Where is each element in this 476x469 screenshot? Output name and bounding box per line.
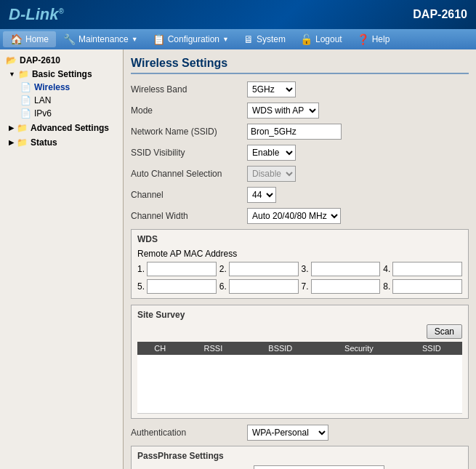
survey-empty-cell (137, 355, 462, 413)
col-security: Security (317, 342, 401, 355)
sidebar-group-basic-label[interactable]: ▼ 📁 Basic Settings (0, 68, 123, 81)
ssid-input[interactable] (247, 124, 342, 140)
ssid-row: Network Name (SSID) (131, 124, 469, 140)
wpa-mode-row: WPA Mode AUTO (WPA or WPA2) WPA only WPA… (137, 465, 462, 470)
nav-home[interactable]: 🏠 Home (3, 31, 56, 47)
wds-num-8: 8. (383, 281, 390, 292)
nav-maintenance[interactable]: 🔧 Maintenance ▼ (56, 31, 145, 47)
wds-legend: WDS (137, 234, 462, 244)
nav-logout-label: Logout (315, 34, 342, 44)
sidebar-group-advanced-label[interactable]: ▶ 📁 Advanced Settings (0, 121, 123, 135)
wds-cell-8: 8. (383, 279, 462, 294)
nav-logout[interactable]: 🔓 Logout (293, 31, 350, 47)
folder-basic-icon: 📁 (18, 69, 29, 79)
mode-row: Mode WDS with AP Access Point WDS (131, 103, 469, 119)
doc-icon-lan: 📄 (20, 95, 31, 105)
wds-cell-3: 3. (302, 262, 381, 276)
expand-icon-adv: ▶ (9, 124, 14, 132)
chevron-down-icon: ▼ (132, 36, 138, 43)
site-survey-box: Site Survey Scan CH RSSI BSSID Security … (131, 305, 469, 419)
auto-channel-select[interactable]: Disable Enable (247, 166, 296, 182)
col-ch: CH (137, 342, 182, 355)
nav-configuration[interactable]: 📋 Configuration ▼ (145, 31, 236, 47)
wds-input-7[interactable] (311, 279, 381, 294)
sidebar-item-lan[interactable]: 📄 LAN (0, 94, 123, 107)
sidebar-root: 📂 DAP-2610 (0, 54, 123, 67)
wds-cell-4: 4. (383, 262, 462, 276)
wds-mac-label: Remote AP MAC Address (137, 249, 462, 259)
wds-input-2[interactable] (229, 262, 299, 276)
wds-num-3: 3. (302, 264, 309, 274)
header: D-Link® DAP-2610 (0, 0, 476, 29)
wds-num-1: 1. (137, 264, 145, 274)
channel-width-row: Channel Width Auto 20/40/80 MHz 20 MHz 4… (131, 208, 469, 224)
channel-label: Channel (131, 190, 247, 200)
channel-select[interactable]: 44 36 40 48 (247, 187, 276, 203)
wireless-band-label: Wireless Band (131, 84, 247, 95)
ssid-label: Network Name (SSID) (131, 127, 247, 137)
logout-icon: 🔓 (300, 33, 312, 45)
wds-input-3[interactable] (311, 262, 381, 276)
nav-system-label: System (257, 34, 286, 44)
wds-input-1[interactable] (147, 262, 217, 276)
page-title: Wireless Settings (131, 57, 469, 74)
chevron-down-icon-2: ▼ (222, 36, 229, 43)
wds-num-6: 6. (219, 281, 227, 292)
authentication-select[interactable]: WPA-Personal WPA-Enterprise Open System (247, 425, 328, 441)
sidebar-group-basic: ▼ 📁 Basic Settings 📄 Wireless 📄 LAN 📄 IP… (0, 67, 123, 121)
dlink-logo-text: D-Link® (9, 5, 64, 23)
wds-grid: 1. 2. 3. 4. 5. (137, 262, 462, 294)
sidebar: 📂 DAP-2610 ▼ 📁 Basic Settings 📄 Wireless… (0, 49, 124, 469)
wireless-band-row: Wireless Band 5GHz 2.4GHz (131, 81, 469, 97)
passphrase-legend: PassPhrase Settings (137, 451, 462, 461)
col-ssid: SSID (401, 342, 462, 355)
sidebar-group-advanced: ▶ 📁 Advanced Settings (0, 121, 123, 135)
wds-input-5[interactable] (147, 279, 217, 294)
wds-cell-1: 1. (137, 262, 217, 276)
site-survey-header: Scan (137, 324, 462, 339)
wds-cell-2: 2. (219, 262, 299, 276)
sidebar-item-wireless[interactable]: 📄 Wireless (0, 81, 123, 94)
wireless-band-select[interactable]: 5GHz 2.4GHz (247, 81, 296, 97)
mode-select[interactable]: WDS with AP Access Point WDS (247, 103, 319, 119)
wds-box: WDS Remote AP MAC Address 1. 2. 3. 4. (131, 229, 469, 299)
wds-num-7: 7. (302, 281, 309, 292)
content-area: Wireless Settings Wireless Band 5GHz 2.4… (124, 49, 476, 469)
wds-input-4[interactable] (392, 262, 462, 276)
channel-width-select[interactable]: Auto 20/40/80 MHz 20 MHz 40 MHz 80 MHz (247, 208, 341, 224)
nav-help[interactable]: ❓ Help (350, 31, 398, 47)
auto-channel-label: Auto Channel Selection (131, 169, 247, 179)
folder-icon: 📂 (6, 55, 17, 65)
folder-status-icon: 📁 (17, 137, 28, 148)
survey-tbody (137, 355, 462, 413)
wds-input-6[interactable] (229, 279, 299, 294)
header-model: DAP-2610 (413, 8, 467, 21)
survey-header-row: CH RSSI BSSID Security SSID (137, 342, 462, 355)
nav-system[interactable]: 🖥 System (236, 31, 293, 47)
wds-cell-6: 6. (219, 279, 299, 294)
scan-button[interactable]: Scan (427, 324, 462, 339)
system-icon: 🖥 (243, 33, 254, 45)
auto-channel-row: Auto Channel Selection Disable Enable (131, 166, 469, 182)
site-survey-legend: Site Survey (137, 310, 462, 320)
expand-icon-status: ▶ (9, 139, 14, 146)
ssid-visibility-select[interactable]: Enable Disable (247, 145, 296, 161)
wpa-mode-select[interactable]: AUTO (WPA or WPA2) WPA only WPA2 only (254, 465, 384, 470)
nav-configuration-label: Configuration (168, 34, 219, 44)
doc-icon: 📄 (20, 82, 31, 92)
authentication-row: Authentication WPA-Personal WPA-Enterpri… (131, 425, 469, 441)
survey-thead: CH RSSI BSSID Security SSID (137, 342, 462, 355)
wds-num-5: 5. (137, 281, 145, 292)
survey-table: CH RSSI BSSID Security SSID (137, 342, 462, 414)
header-logo: D-Link® (9, 5, 64, 24)
nav-maintenance-label: Maintenance (78, 34, 129, 44)
passphrase-box: PassPhrase Settings WPA Mode AUTO (WPA o… (131, 446, 469, 470)
ssid-visibility-label: SSID Visibility (131, 148, 247, 158)
col-bssid: BSSID (244, 342, 318, 355)
maintenance-icon: 🔧 (63, 33, 76, 45)
ssid-visibility-row: SSID Visibility Enable Disable (131, 145, 469, 161)
wds-input-8[interactable] (392, 279, 462, 294)
folder-adv-icon: 📁 (17, 123, 28, 133)
sidebar-item-ipv6[interactable]: 📄 IPv6 (0, 107, 123, 120)
sidebar-group-status-label[interactable]: ▶ 📁 Status (0, 136, 123, 149)
